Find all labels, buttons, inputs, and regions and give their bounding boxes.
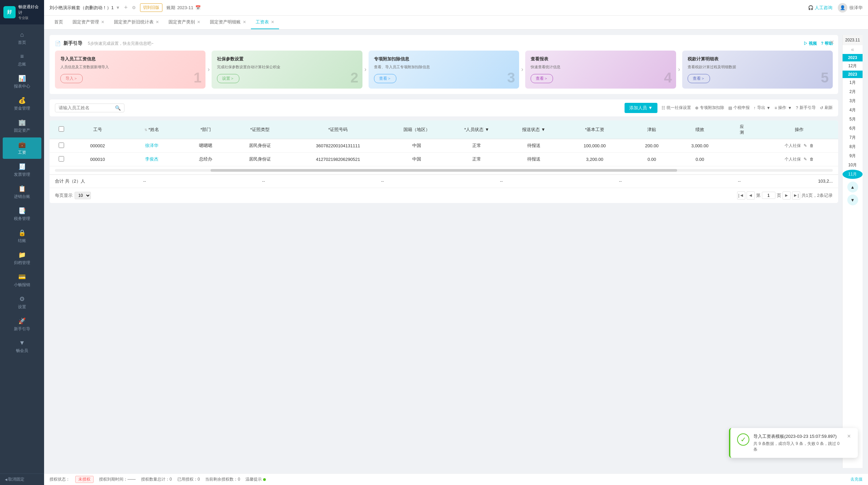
cal-month-7[interactable]: 7月: [843, 133, 863, 142]
add-person-btn[interactable]: 添加人员 ▼: [625, 103, 657, 113]
row2-report-status: 待报送: [506, 152, 561, 166]
user-info[interactable]: 👤 徐泽华: [838, 3, 863, 13]
sidebar-item-finance[interactable]: 💰 资金管理: [3, 93, 41, 115]
sidebar-item-tax[interactable]: 📑 税务管理: [3, 204, 41, 225]
step3-btn[interactable]: 查看＞: [374, 74, 396, 83]
social-insurance-btn[interactable]: ☷ 统一社保设置: [662, 105, 691, 111]
page-next-btn[interactable]: ►: [783, 191, 791, 200]
table-row: 000002 徐泽华 嗯嗯嗯 居民身份证 360782200104131111 …: [50, 139, 838, 152]
page-first-btn[interactable]: |◄: [737, 191, 745, 200]
row2-name-link[interactable]: 李俊杰: [145, 156, 158, 162]
search-icon[interactable]: 🔍: [115, 105, 121, 111]
calendar-down-btn[interactable]: ▼: [847, 194, 858, 205]
sidebar-logo: 好 畅捷通好会计 专业版: [0, 0, 44, 24]
sidebar-item-report[interactable]: 📊 报表中心: [3, 71, 41, 93]
operation-btn[interactable]: ≡ 操作 ▼: [774, 105, 792, 111]
row1-social-btn[interactable]: 个人社保: [785, 143, 801, 149]
row1-name-link[interactable]: 徐泽华: [145, 143, 158, 148]
sidebar-item-ledger[interactable]: ≡ 总账: [3, 50, 41, 71]
row1-checkbox[interactable]: [59, 143, 64, 148]
tab-depreciation[interactable]: 固定资产折旧统计表 ✕: [109, 16, 164, 29]
row2-social-btn[interactable]: 个人社保: [785, 156, 801, 162]
per-page-selector: 每页显示 10 20 50: [55, 192, 91, 199]
cal-month-4[interactable]: 4月: [843, 106, 863, 115]
step5-btn[interactable]: 查看＞: [688, 74, 710, 83]
status-filter-icon[interactable]: ▼: [485, 127, 489, 132]
tab-salary[interactable]: 工资表 ✕: [251, 16, 279, 29]
tab-category[interactable]: 固定资产类别 ✕: [164, 16, 205, 29]
sidebar-item-home[interactable]: ⌂ 首页: [3, 28, 41, 49]
step4-btn[interactable]: 查看＞: [531, 74, 553, 83]
row1-delete-icon[interactable]: 🗑: [810, 143, 814, 148]
charge-btn[interactable]: 去充值: [850, 477, 863, 482]
sidebar-item-settings[interactable]: ⚙ 设置: [3, 292, 41, 313]
cal-month-2[interactable]: 2月: [843, 87, 863, 96]
export-btn[interactable]: ↑ 导出 ▼: [754, 105, 771, 111]
tab-fixed-assets[interactable]: 固定资产管理 ✕: [68, 16, 109, 29]
guide-step-4: 查看报表 快速查看统计信息 查看＞ 4: [525, 51, 676, 89]
cal-month-8[interactable]: 8月: [843, 142, 863, 151]
page-last-btn[interactable]: ►|: [792, 191, 800, 200]
toast-close-btn[interactable]: ✕: [847, 433, 851, 439]
row1-edit-icon[interactable]: ✎: [804, 143, 807, 148]
video-link[interactable]: ▷ 视频: [804, 41, 817, 46]
sidebar-item-expense[interactable]: 💳 小畅报销: [3, 270, 41, 291]
row2-checkbox[interactable]: [59, 156, 64, 162]
report-filter-icon[interactable]: ▼: [541, 127, 546, 132]
row2-delete-icon[interactable]: 🗑: [810, 157, 814, 162]
calendar-icon[interactable]: 📅: [195, 5, 201, 10]
tab-fixed-assets-close[interactable]: ✕: [101, 20, 104, 24]
cal-month-6[interactable]: 6月: [843, 124, 863, 133]
page-input[interactable]: [762, 192, 775, 199]
switch-version-btn[interactable]: 切到旧版: [140, 3, 162, 12]
row2-edit-icon[interactable]: ✎: [804, 157, 807, 162]
sidebar-item-archive[interactable]: 📁 归档管理: [3, 248, 41, 269]
page-prev-btn[interactable]: ◄: [747, 191, 755, 200]
tax-report-btn[interactable]: ▤ 个税申报: [728, 105, 750, 111]
add-dropdown-icon: ▼: [648, 105, 653, 110]
tab-category-close[interactable]: ✕: [197, 20, 200, 24]
search-input[interactable]: [59, 105, 113, 110]
cal-month-9[interactable]: 9月: [843, 151, 863, 161]
col-name-header[interactable]: ⇅ *姓名: [122, 120, 182, 139]
cal-month-1[interactable]: 1月: [843, 78, 863, 87]
auth-period-label: 授权到期时间：——: [99, 477, 136, 482]
tab-depreciation-close[interactable]: ✕: [156, 20, 159, 24]
cal-month-10[interactable]: 10月: [843, 161, 863, 170]
sidebar-item-guide[interactable]: 🚀 新手引导: [3, 314, 41, 335]
tab-salary-close[interactable]: ✕: [271, 20, 274, 24]
sidebar-item-member[interactable]: ▼ 畅会员: [3, 336, 41, 357]
calendar-expand-icon[interactable]: «: [850, 45, 855, 54]
per-page-select[interactable]: 10 20 50: [75, 192, 91, 199]
sidebar-item-salary[interactable]: 💼 工资: [3, 137, 41, 159]
sidebar-label-home: 首页: [18, 40, 26, 45]
tab-home[interactable]: 首页: [50, 16, 68, 29]
account-dropdown-icon[interactable]: ▼: [116, 5, 120, 10]
settings-account-btn[interactable]: ⚙: [132, 5, 136, 10]
horizontal-scrollbar[interactable]: [55, 169, 833, 172]
calendar-up-btn[interactable]: ▲: [847, 182, 858, 192]
sidebar-item-invoice[interactable]: 🧾 发票管理: [3, 160, 41, 181]
tab-detail-close[interactable]: ✕: [243, 20, 246, 24]
guide-close-btn[interactable]: ✕: [830, 39, 834, 45]
tab-detail[interactable]: 固定资产明细账 ✕: [205, 16, 251, 29]
step1-btn[interactable]: 导入＞: [60, 74, 83, 83]
cal-month-3[interactable]: 3月: [843, 96, 863, 106]
special-deduction-btn[interactable]: ⊕ 专项附加扣除: [695, 105, 724, 111]
sidebar-label-close: 结账: [18, 238, 26, 244]
cal-month-11[interactable]: 11月: [843, 170, 863, 179]
cal-month-12[interactable]: 12月: [843, 61, 863, 71]
ai-service-btn[interactable]: 🎧 人工咨询: [808, 5, 832, 11]
row2-id-num: 412702198206290521: [290, 152, 386, 166]
row1-id-num: 360782200104131111: [290, 139, 386, 152]
sidebar-item-sales[interactable]: 📋 进销台账: [3, 182, 41, 203]
cal-month-5[interactable]: 5月: [843, 115, 863, 124]
select-all-checkbox[interactable]: [59, 126, 64, 132]
step2-btn[interactable]: 设置＞: [217, 74, 239, 83]
guide-btn[interactable]: ? 新手引导: [796, 105, 816, 111]
add-account-btn[interactable]: +: [124, 4, 128, 11]
refresh-btn[interactable]: ↺ 刷新: [820, 105, 833, 111]
cancel-fix-btn[interactable]: ◄ 取消固定: [0, 473, 44, 485]
sidebar-item-assets[interactable]: 🏢 固定资产: [3, 115, 41, 137]
sidebar-item-close[interactable]: 🔒 结账: [3, 226, 41, 247]
